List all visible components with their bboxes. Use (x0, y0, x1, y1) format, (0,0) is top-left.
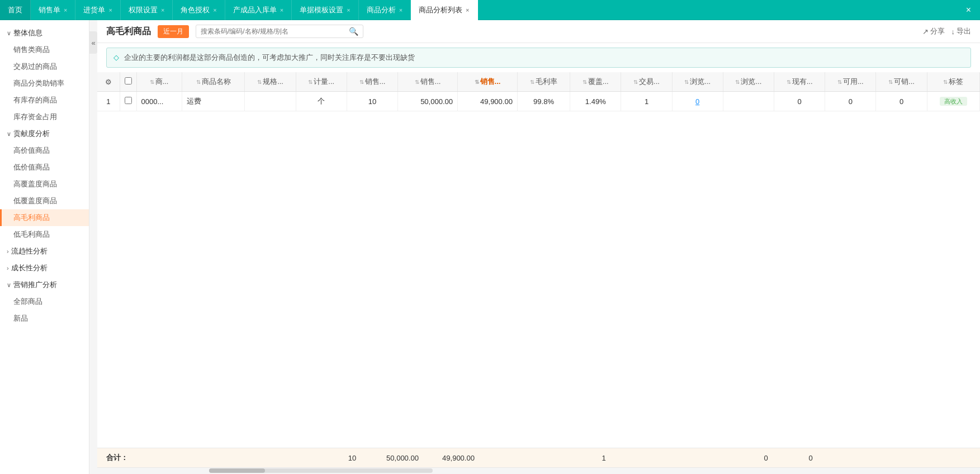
settings-icon[interactable]: ⚙ (105, 78, 112, 86)
sidebar-section-flow[interactable]: › 流趋性分析 (0, 243, 89, 260)
col-settings[interactable]: ⚙ (97, 72, 120, 92)
arrow-icon-4: › (7, 265, 9, 271)
sidebar-item-low-value[interactable]: 低价值商品 (0, 159, 89, 176)
close-permission-tab[interactable]: × (161, 7, 164, 13)
col-available-stock[interactable]: ⇅可用... (825, 72, 876, 92)
arrow-icon-2: ∨ (7, 130, 11, 138)
row-browsing1[interactable]: 0 (672, 92, 723, 111)
main-layout: ∨ 整体信息 销售类商品 交易过的商品 商品分类助销率 有库存的商品 库存资金占… (0, 20, 980, 474)
close-product-analysis-tab[interactable]: × (399, 7, 403, 13)
sidebar-item-sales-goods[interactable]: 销售类商品 (0, 41, 89, 58)
search-icon[interactable]: 🔍 (349, 27, 358, 36)
row-checkbox[interactable] (120, 92, 136, 111)
sidebar-section-marketing[interactable]: ∨ 营销推广分析 (0, 276, 89, 293)
sidebar-item-in-stock[interactable]: 有库存的商品 (0, 92, 89, 109)
top-nav: 首页 销售单 × 进货单 × 权限设置 × 角色授权 × 产成品入库单 × 单据… (0, 0, 980, 20)
col-sellable[interactable]: ⇅可销... (876, 72, 927, 92)
nav-product-inbound[interactable]: 产成品入库单 × (225, 0, 292, 20)
header-actions: ↗ 分享 ↓ 导出 (922, 26, 972, 36)
footer-transactions: 1 (576, 454, 632, 462)
footer-cells: 10 50,000.00 49,900.00 1 0 0 (140, 454, 971, 462)
col-sales-qty[interactable]: ⇅销售... (347, 72, 397, 92)
tag-badge: 高收入 (940, 97, 967, 106)
arrow-icon-3: › (7, 248, 9, 255)
row-sellable: 0 (876, 92, 927, 111)
row-sales-qty: 10 (347, 92, 397, 111)
col-current-stock[interactable]: ⇅现有... (774, 72, 825, 92)
footer-label: 合计： (106, 453, 140, 463)
col-transactions[interactable]: ⇅交易... (621, 72, 672, 92)
col-unit[interactable]: ⇅计量... (296, 72, 347, 92)
row-coverage: 1.49% (570, 92, 621, 111)
data-table: ⚙ ⇅商... ⇅商品名称 ⇅规格... (97, 72, 980, 111)
sidebar-item-low-coverage[interactable]: 低覆盖度商品 (0, 193, 89, 209)
close-purchase-tab[interactable]: × (108, 7, 112, 13)
close-product-analysis-list-tab[interactable]: × (466, 7, 469, 13)
col-checkbox[interactable] (120, 72, 136, 92)
scrollbar-track (209, 468, 433, 473)
sidebar-item-new-goods[interactable]: 新品 (0, 310, 89, 327)
row-current: 0 (774, 92, 825, 111)
nav-role[interactable]: 角色授权 × (173, 0, 225, 20)
arrow-icon-5: ∨ (7, 281, 11, 289)
col-name[interactable]: ⇅商品名称 (182, 72, 245, 92)
footer-current: 0 (744, 454, 788, 462)
row-code: 0000... (136, 92, 182, 111)
footer-sales-qty: 10 (330, 454, 375, 462)
select-all-checkbox[interactable] (125, 77, 132, 85)
sidebar-item-high-margin[interactable]: 高毛利商品 (0, 209, 89, 226)
row-index: 1 (97, 92, 120, 111)
nav-sales[interactable]: 销售单 × (31, 0, 75, 20)
col-gross-rate[interactable]: ⇅毛利率 (517, 72, 570, 92)
footer-sales-profit: 49,900.00 (430, 454, 486, 462)
export-icon: ↓ (951, 27, 955, 36)
col-sales-amount[interactable]: ⇅销售... (398, 72, 458, 92)
close-role-tab[interactable]: × (213, 7, 216, 13)
sidebar-item-all-goods[interactable]: 全部商品 (0, 293, 89, 310)
row-gross-rate: 99.8% (517, 92, 570, 111)
sidebar-item-high-coverage[interactable]: 高覆盖度商品 (0, 176, 89, 193)
col-tag[interactable]: ⇅标签 (927, 72, 979, 92)
share-icon: ↗ (922, 27, 929, 36)
nav-permission[interactable]: 权限设置 × (121, 0, 173, 20)
sidebar-collapse-button[interactable]: « (89, 31, 97, 54)
row-select-checkbox[interactable] (125, 97, 132, 104)
sidebar-item-low-margin[interactable]: 低毛利商品 (0, 226, 89, 243)
filter-recent-month-button[interactable]: 近一月 (158, 25, 189, 38)
row-name: 运费 (182, 92, 245, 111)
col-spec[interactable]: ⇅规格... (245, 72, 296, 92)
horizontal-scrollbar[interactable] (97, 467, 980, 474)
sidebar-section-contribution[interactable]: ∨ 贡献度分析 (0, 125, 89, 142)
export-button[interactable]: ↓ 导出 (951, 26, 972, 36)
search-box: 🔍 (196, 25, 363, 38)
nav-product-analysis-list[interactable]: 商品分析列表 × (411, 0, 477, 20)
nav-product-analysis[interactable]: 商品分析 × (359, 0, 411, 20)
nav-template-settings[interactable]: 单据模板设置 × (292, 0, 358, 20)
sidebar-item-high-value[interactable]: 高价值商品 (0, 142, 89, 159)
content-title: 高毛利商品 (106, 26, 151, 37)
footer-available: 0 (788, 454, 833, 462)
sidebar-section-overall[interactable]: ∨ 整体信息 (0, 25, 89, 41)
col-sales-profit[interactable]: ⇅销售... (457, 72, 517, 92)
close-product-inbound-tab[interactable]: × (280, 7, 283, 13)
share-button[interactable]: ↗ 分享 (922, 26, 945, 36)
col-coverage[interactable]: ⇅覆盖... (570, 72, 621, 92)
sidebar-item-traded-goods[interactable]: 交易过的商品 (0, 58, 89, 75)
close-template-settings-tab[interactable]: × (347, 7, 350, 13)
sidebar-section-growth[interactable]: › 成长性分析 (0, 260, 89, 276)
close-all-tabs[interactable]: × (962, 5, 976, 15)
table-container[interactable]: ⚙ ⇅商... ⇅商品名称 ⇅规格... (97, 72, 980, 448)
row-sales-profit: 49,900.00 (457, 92, 517, 111)
close-sales-tab[interactable]: × (64, 7, 67, 13)
nav-home[interactable]: 首页 (0, 0, 31, 20)
info-bar: ◇ 企业的主要的利润都是这部分商品创造的，可考虑加大推广，同时关注库存是不要出现… (106, 48, 971, 68)
nav-purchase[interactable]: 进货单 × (75, 0, 120, 20)
sidebar: ∨ 整体信息 销售类商品 交易过的商品 商品分类助销率 有库存的商品 库存资金占… (0, 20, 89, 474)
col-browsing1[interactable]: ⇅浏览... (672, 72, 723, 92)
search-input[interactable] (201, 27, 347, 35)
sidebar-item-stock-capital[interactable]: 库存资金占用 (0, 109, 89, 125)
col-browsing2[interactable]: ⇅浏览... (723, 72, 774, 92)
sidebar-item-category-rate[interactable]: 商品分类助销率 (0, 75, 89, 92)
scrollbar-thumb[interactable] (209, 468, 265, 473)
col-code[interactable]: ⇅商... (136, 72, 182, 92)
